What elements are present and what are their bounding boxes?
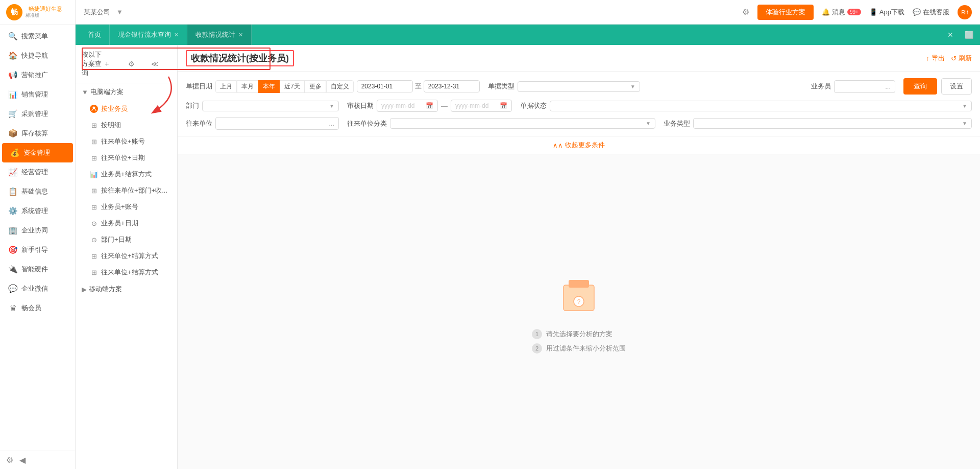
notification-icon: 🔔 bbox=[822, 8, 830, 16]
date-tab-custom[interactable]: 自定义 bbox=[326, 80, 354, 93]
sidebar-item-operations[interactable]: 📈 经营管理 bbox=[0, 162, 75, 182]
scheme-item-partner-dept[interactable]: ⊞ 按往来单位+部门+收... bbox=[76, 182, 177, 199]
date-start-input[interactable]: 2023-01-01 bbox=[357, 80, 413, 92]
tab-bar: 首页 现金银行流水查询 ✕ 收款情况统计 ✕ ✕ ⬜ bbox=[76, 25, 980, 45]
query-button[interactable]: 查询 bbox=[903, 78, 937, 95]
calendar-end-icon: 📅 bbox=[500, 102, 507, 109]
biz-type-select[interactable]: ▼ bbox=[693, 118, 972, 129]
scheme-item-by-salesperson[interactable]: 按业务员 bbox=[76, 101, 177, 117]
scheme-group-pc: ▼ 电脑端方案 按业务员 ⊞ 按明细 ⊞ 往来单位+账号 bbox=[76, 83, 177, 280]
tab-home[interactable]: 首页 bbox=[80, 25, 110, 45]
export-button[interactable]: ↑ 导出 bbox=[926, 54, 945, 63]
sidebar-item-hardware[interactable]: 🔌 智能硬件 bbox=[0, 260, 75, 279]
scheme-item-salesperson-account[interactable]: ⊞ 业务员+账号 bbox=[76, 199, 177, 215]
date-tab-last-month[interactable]: 上月 bbox=[215, 80, 237, 93]
review-date-start-input[interactable]: yyyy-mm-dd 📅 bbox=[377, 100, 438, 112]
collapse-button[interactable]: ∧∧ 收起更多条件 bbox=[553, 140, 605, 150]
salesperson-more-icon[interactable]: ... bbox=[885, 83, 891, 90]
app-download-action[interactable]: 📱 App下载 bbox=[869, 8, 904, 17]
biz-type-dropdown-icon: ▼ bbox=[962, 121, 967, 126]
scheme-item-label: 业务员+结算方式 bbox=[101, 170, 152, 179]
basics-icon: 📋 bbox=[8, 187, 17, 196]
close-window-icon[interactable]: ✕ bbox=[943, 28, 958, 42]
guide-icon: 🎯 bbox=[8, 245, 17, 254]
review-date-end-input[interactable]: yyyy-mm-dd 📅 bbox=[451, 100, 512, 112]
sidebar-menu: 🔍 搜索菜单 🏠 快捷导航 📢 营销推广 📊 销售管理 🛒 采购管理 📦 库存核… bbox=[0, 25, 75, 451]
system-icon: ⚙️ bbox=[8, 206, 17, 216]
empty-state: ? 1 请先选择要分析的方案 2 用过滤条件来缩小分析范围 bbox=[178, 154, 980, 469]
salesperson-date-icon: ⊙ bbox=[90, 219, 98, 227]
review-date-filter: 审核日期 yyyy-mm-dd 📅 — yyyy-mm-dd 📅 bbox=[347, 100, 512, 112]
user-avatar[interactable]: Rit bbox=[958, 5, 972, 19]
scheme-item-partner-date[interactable]: ⊞ 往来单位+日期 bbox=[76, 150, 177, 166]
add-scheme-icon[interactable]: + bbox=[105, 60, 125, 68]
dept-label: 部门 bbox=[186, 101, 199, 110]
gear-icon[interactable]: ⚙ bbox=[742, 7, 749, 17]
partner-select[interactable]: ... bbox=[215, 117, 339, 130]
sidebar-item-finance[interactable]: 💰 资金管理 bbox=[2, 143, 73, 162]
sidebar-item-guide[interactable]: 🎯 新手引导 bbox=[0, 240, 75, 260]
date-tab-last-7days[interactable]: 近7天 bbox=[280, 80, 305, 93]
sidebar-item-purchase[interactable]: 🛒 采购管理 bbox=[0, 104, 75, 124]
partner-more-icon[interactable]: ... bbox=[329, 120, 334, 127]
tab-collection-stats[interactable]: 收款情况统计 ✕ bbox=[187, 25, 252, 45]
service-icon: 💬 bbox=[913, 8, 921, 16]
sidebar-item-label: 新手引导 bbox=[21, 245, 48, 254]
sidebar-item-search[interactable]: 🔍 搜索菜单 bbox=[0, 27, 75, 46]
scheme-item-partner-settle1[interactable]: ⊞ 往来单位+结算方式 bbox=[76, 248, 177, 264]
date-tab-more[interactable]: 更多 bbox=[305, 80, 326, 93]
tab-bank-flow-close[interactable]: ✕ bbox=[174, 32, 179, 38]
biz-type-filter: 业务类型 ▼ bbox=[664, 118, 972, 129]
doc-type-select[interactable]: ▼ bbox=[518, 81, 640, 92]
sidebar-item-sales[interactable]: 📊 销售管理 bbox=[0, 85, 75, 104]
partner-account-icon: ⊞ bbox=[90, 137, 98, 146]
scheme-item-dept-date[interactable]: ⊙ 部门+日期 bbox=[76, 231, 177, 248]
doc-status-select[interactable]: ▼ bbox=[550, 101, 972, 111]
breadcrumb-dropdown-icon[interactable]: ▼ bbox=[116, 8, 123, 16]
collapse-panel-icon[interactable]: ≪ bbox=[151, 60, 171, 68]
date-tab-this-year[interactable]: 本年 bbox=[258, 80, 280, 93]
scheme-group-pc-title[interactable]: ▼ 电脑端方案 bbox=[76, 83, 177, 101]
partner-class-select[interactable]: ▼ bbox=[390, 118, 655, 129]
logo-badge: 标准版 bbox=[26, 12, 62, 19]
date-end-input[interactable]: 2023-12-31 bbox=[424, 80, 480, 92]
refresh-button[interactable]: ↺ 刷新 bbox=[951, 54, 972, 63]
dept-select[interactable]: ▼ bbox=[202, 101, 339, 111]
sidebar-item-basics[interactable]: 📋 基础信息 bbox=[0, 182, 75, 201]
scheme-item-by-detail[interactable]: ⊞ 按明细 bbox=[76, 117, 177, 133]
partner-class-filter: 往来单位分类 ▼ bbox=[347, 118, 655, 129]
sidebar-item-marketing[interactable]: 📢 营销推广 bbox=[0, 65, 75, 85]
app-download-icon: 📱 bbox=[869, 8, 877, 16]
main-area: 某某公司 ▼ ⚙ 体验行业方案 🔔 消息 99+ 📱 App下载 💬 在线客服 … bbox=[76, 0, 980, 469]
partner-dept-icon: ⊞ bbox=[90, 186, 98, 195]
scheme-item-label: 按业务员 bbox=[101, 104, 128, 113]
settings-bottom-icon[interactable]: ⚙ bbox=[6, 455, 13, 465]
notification-action[interactable]: 🔔 消息 99+ bbox=[822, 8, 861, 17]
scheme-item-partner-settle2[interactable]: ⊞ 往来单位+结算方式 bbox=[76, 264, 177, 280]
scheme-group-mobile-title[interactable]: ▶ 移动端方案 bbox=[76, 280, 177, 298]
salesperson-select[interactable]: ... bbox=[834, 80, 895, 93]
sidebar-item-inventory[interactable]: 📦 库存核算 bbox=[0, 124, 75, 143]
scheme-item-salesperson-settle[interactable]: 📊 业务员+结算方式 bbox=[76, 166, 177, 182]
tab-collection-stats-close[interactable]: ✕ bbox=[238, 32, 243, 38]
sidebar-item-member[interactable]: ♛ 畅会员 bbox=[0, 298, 75, 318]
trial-button[interactable]: 体验行业方案 bbox=[757, 5, 814, 20]
search-icon: 🔍 bbox=[8, 32, 17, 41]
maximize-window-icon[interactable]: ⬜ bbox=[962, 28, 976, 42]
sidebar-item-corp[interactable]: 🏢 企业协同 bbox=[0, 221, 75, 240]
scheme-settings-icon[interactable]: ⚙ bbox=[128, 60, 148, 68]
review-date-start-value: yyyy-mm-dd bbox=[381, 102, 414, 109]
scheme-item-partner-account[interactable]: ⊞ 往来单位+账号 bbox=[76, 133, 177, 150]
member-icon: ♛ bbox=[8, 303, 17, 313]
scheme-item-salesperson-date[interactable]: ⊙ 业务员+日期 bbox=[76, 215, 177, 231]
sidebar-item-wechat[interactable]: 💬 企业微信 bbox=[0, 279, 75, 298]
salesperson-account-icon: ⊞ bbox=[90, 203, 98, 211]
tab-bank-flow[interactable]: 现金银行流水查询 ✕ bbox=[110, 25, 187, 45]
settings-button[interactable]: 设置 bbox=[941, 78, 972, 95]
date-tab-this-month[interactable]: 本月 bbox=[237, 80, 258, 93]
collapse-sidebar-icon[interactable]: ◀ bbox=[19, 455, 26, 465]
sidebar-item-system[interactable]: ⚙️ 系统管理 bbox=[0, 201, 75, 221]
notification-badge: 99+ bbox=[847, 9, 861, 15]
sidebar-item-quick-nav[interactable]: 🏠 快捷导航 bbox=[0, 46, 75, 65]
online-service-action[interactable]: 💬 在线客服 bbox=[913, 8, 949, 17]
